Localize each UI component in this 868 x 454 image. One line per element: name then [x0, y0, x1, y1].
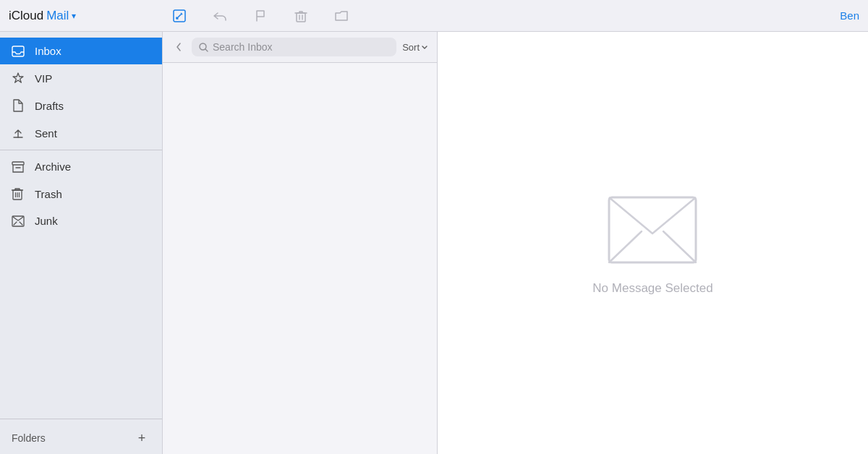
envelope-icon — [602, 190, 703, 270]
compose-button[interactable] — [168, 4, 191, 27]
inbox-icon — [12, 46, 26, 57]
sidebar-item-archive[interactable]: Archive — [0, 153, 162, 180]
sidebar-item-inbox-label: Inbox — [35, 45, 61, 57]
star-icon — [12, 72, 26, 85]
collapse-sidebar-button[interactable] — [171, 40, 186, 53]
sidebar-nav: Inbox VIP Drafts — [0, 32, 162, 416]
junk-icon — [12, 215, 26, 227]
message-list-body — [163, 63, 437, 454]
reply-button[interactable] — [208, 4, 231, 27]
message-view: No Message Selected — [438, 32, 868, 454]
svg-rect-1 — [297, 13, 305, 22]
app-title-icloud: iCloud — [9, 9, 43, 23]
sidebar-item-drafts[interactable]: Drafts — [0, 92, 162, 119]
search-bar — [192, 38, 396, 56]
sent-icon — [12, 127, 26, 140]
sidebar-item-junk-label: Junk — [35, 215, 58, 227]
no-message-container: No Message Selected — [592, 190, 712, 296]
app-title-mail: Mail — [46, 9, 69, 23]
sidebar-item-inbox[interactable]: Inbox — [0, 38, 162, 64]
app-title: iCloud Mail ▾ — [9, 9, 76, 23]
sidebar-item-drafts-label: Drafts — [35, 100, 64, 112]
flag-button[interactable] — [249, 4, 272, 27]
svg-rect-3 — [12, 162, 24, 165]
no-message-label: No Message Selected — [592, 281, 712, 296]
archive-icon — [12, 161, 26, 173]
sort-button[interactable]: Sort — [402, 42, 428, 53]
sidebar: Inbox VIP Drafts — [0, 32, 163, 454]
sidebar-item-sent-label: Sent — [35, 127, 57, 140]
sidebar-item-trash[interactable]: Trash — [0, 180, 162, 207]
app-dropdown-icon[interactable]: ▾ — [72, 11, 76, 21]
main-layout: Inbox VIP Drafts — [0, 32, 868, 454]
sidebar-item-sent[interactable]: Sent — [0, 119, 162, 147]
sidebar-divider — [0, 150, 162, 150]
sidebar-item-vip[interactable]: VIP — [0, 64, 162, 92]
sidebar-item-vip-label: VIP — [35, 72, 52, 85]
delete-button[interactable] — [289, 4, 312, 27]
search-icon — [199, 43, 208, 52]
app-title-area: iCloud Mail ▾ — [9, 9, 168, 23]
toolbar: iCloud Mail ▾ — [0, 0, 868, 32]
toolbar-actions — [168, 4, 367, 27]
svg-rect-2 — [12, 46, 24, 56]
add-folder-button[interactable]: + — [133, 429, 150, 447]
folders-header: Folders + — [0, 422, 162, 454]
message-list-header: Sort — [163, 32, 437, 63]
sidebar-item-junk[interactable]: Junk — [0, 207, 162, 234]
user-name[interactable]: Ben — [840, 9, 859, 22]
sidebar-item-trash-label: Trash — [35, 188, 62, 200]
search-input[interactable] — [213, 41, 389, 53]
sort-label: Sort — [402, 42, 420, 53]
draft-icon — [12, 99, 26, 112]
sidebar-item-archive-label: Archive — [35, 160, 71, 173]
trash-icon — [12, 187, 26, 200]
message-list-panel: Sort — [163, 32, 438, 454]
move-button[interactable] — [330, 4, 353, 27]
folders-divider — [0, 419, 162, 419]
folders-label: Folders — [12, 432, 46, 444]
